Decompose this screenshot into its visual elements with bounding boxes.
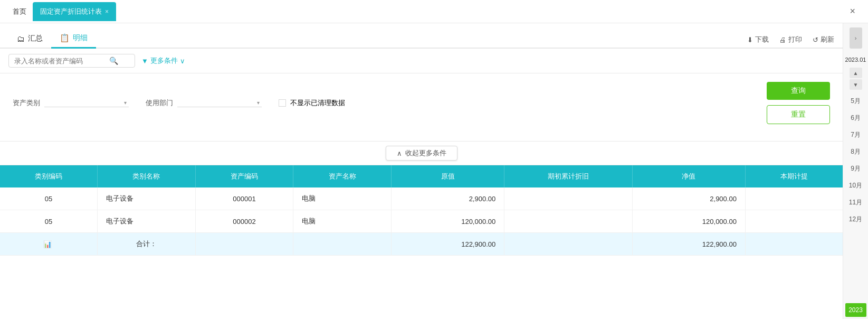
row1-category-name: 电子设备 (98, 187, 196, 210)
asset-category-select[interactable]: ▾ (44, 99, 129, 107)
col-category-code: 类别编码 (0, 165, 98, 187)
refresh-label: 刷新 (821, 35, 834, 44)
close-tab-button[interactable]: × (105, 8, 109, 15)
summary-icon: 🗂 (17, 34, 25, 43)
row2-net-value: 120,000.00 (632, 210, 745, 233)
download-label: 下载 (755, 35, 769, 44)
data-table: 类别编码 类别名称 资产编码 资产名称 原值 期初累计折旧 净值 本期计提 05… (0, 165, 843, 319)
row1-asset-name: 电脑 (293, 187, 392, 210)
nav-down-arrow[interactable]: ▼ (850, 79, 862, 90)
month-12[interactable]: 12月 (845, 211, 866, 227)
print-button[interactable]: 🖨 打印 (779, 35, 802, 44)
collapse-label: 收起更多条件 (405, 148, 446, 158)
refresh-icon: ↺ (813, 36, 818, 44)
active-tab[interactable]: 固定资产折旧统计表 × (33, 2, 116, 21)
collapse-bar: ∧ 收起更多条件 (0, 142, 843, 165)
tab-detail[interactable]: 📋 明细 (51, 29, 96, 49)
col-net-value: 净值 (632, 165, 745, 187)
tab-summary[interactable]: 🗂 汇总 (8, 30, 51, 49)
month-6[interactable]: 6月 (845, 110, 866, 126)
close-window-button[interactable]: × (845, 4, 860, 19)
left-panel: 🗂 汇总 📋 明细 ⬇ 下载 🖨 打印 ↺ 刷新 (0, 23, 843, 319)
filter-row: 资产类别 ▾ 使用部门 ▾ 不显示已清理数据 (13, 82, 830, 124)
print-label: 打印 (788, 35, 802, 44)
month-11[interactable]: 11月 (845, 194, 866, 210)
row1-category-code: 05 (0, 187, 98, 210)
use-department-select[interactable]: ▾ (177, 99, 262, 107)
table-row: 05 电子设备 000001 电脑 2,900.00 2,900.00 (0, 187, 843, 210)
col-current-period: 本期计提 (745, 165, 843, 187)
tab-actions: ⬇ 下载 🖨 打印 ↺ 刷新 (747, 35, 834, 48)
hide-cleared-label: 不显示已清理数据 (290, 98, 345, 108)
col-asset-code: 资产编码 (195, 165, 293, 187)
col-asset-name: 资产名称 (293, 165, 392, 187)
download-icon: ⬇ (747, 36, 753, 44)
total-net-value: 122,900.00 (632, 233, 745, 256)
month-9[interactable]: 9月 (845, 161, 866, 176)
sidebar-toggle-button[interactable]: › (850, 27, 862, 49)
asset-category-arrow: ▾ (124, 100, 127, 106)
month-5[interactable]: 5月 (845, 93, 866, 109)
row1-net-value: 2,900.00 (632, 187, 745, 210)
year-badge[interactable]: 2023 (845, 303, 866, 317)
download-button[interactable]: ⬇ 下载 (747, 35, 769, 44)
query-button[interactable]: 查询 (767, 82, 830, 100)
search-input[interactable] (14, 57, 109, 65)
print-icon: 🖨 (779, 36, 786, 44)
col-accumulated-depreciation: 期初累计折旧 (504, 165, 632, 187)
row1-asset-code: 000001 (195, 187, 293, 210)
filter-bar: 🔍 ▼ 更多条件 ∨ (0, 49, 843, 73)
row2-original-value: 120,000.00 (392, 210, 504, 233)
total-current-period (745, 233, 843, 256)
expanded-filter: 资产类别 ▾ 使用部门 ▾ 不显示已清理数据 (0, 73, 843, 142)
month-10[interactable]: 10月 (845, 177, 866, 193)
row1-accumulated-depreciation (504, 187, 632, 210)
collapse-icon: ∧ (397, 149, 402, 157)
use-department-field: 使用部门 ▾ (146, 98, 262, 108)
chevron-down-icon: ∨ (180, 57, 185, 65)
total-accumulated-depreciation (504, 233, 632, 256)
month-7[interactable]: 7月 (845, 127, 866, 143)
reset-button[interactable]: 重置 (767, 105, 830, 124)
main-content: 🗂 汇总 📋 明细 ⬇ 下载 🖨 打印 ↺ 刷新 (0, 23, 868, 319)
home-link[interactable]: 首页 (8, 7, 31, 16)
right-sidebar: › 2023.01 ▲ ▼ 5月 6月 7月 8月 9月 10月 11月 12月… (843, 23, 868, 319)
nav-up-arrow[interactable]: ▲ (850, 68, 862, 78)
col-original-value: 原值 (392, 165, 504, 187)
hide-cleared-wrap: 不显示已清理数据 (279, 98, 345, 108)
use-department-arrow: ▾ (257, 100, 260, 106)
filter-buttons: 查询 重置 (767, 82, 830, 124)
row2-category-code: 05 (0, 210, 98, 233)
tab-title: 固定资产折旧统计表 (40, 7, 102, 16)
asset-table: 类别编码 类别名称 资产编码 资产名称 原值 期初累计折旧 净值 本期计提 05… (0, 165, 843, 256)
row2-accumulated-depreciation (504, 210, 632, 233)
row2-asset-name: 电脑 (293, 210, 392, 233)
asset-category-label: 资产类别 (13, 98, 40, 108)
date-display: 2023.01 (845, 56, 866, 63)
total-asset-code (195, 233, 293, 256)
col-category-name: 类别名称 (98, 165, 196, 187)
more-conditions-button[interactable]: ▼ 更多条件 ∨ (141, 56, 185, 65)
total-asset-name (293, 233, 392, 256)
table-header: 类别编码 类别名称 资产编码 资产名称 原值 期初累计折旧 净值 本期计提 (0, 165, 843, 187)
more-conditions-label: 更多条件 (150, 56, 178, 65)
table-row: 05 电子设备 000002 电脑 120,000.00 120,000.00 (0, 210, 843, 233)
hide-cleared-checkbox[interactable] (279, 99, 286, 107)
row2-current-period (745, 210, 843, 233)
row2-category-name: 电子设备 (98, 210, 196, 233)
total-label: 合计： (98, 233, 196, 256)
asset-category-field: 资产类别 ▾ (13, 98, 129, 108)
collapse-button[interactable]: ∧ 收起更多条件 (386, 146, 457, 161)
total-icon-cell: 📊 (0, 233, 98, 256)
detail-tab-label: 明细 (73, 33, 88, 43)
search-wrap: 🔍 (8, 54, 135, 68)
detail-icon: 📋 (60, 33, 70, 43)
refresh-button[interactable]: ↺ 刷新 (813, 35, 834, 44)
total-icon: 📊 (43, 240, 52, 248)
filter-icon: ▼ (141, 57, 148, 65)
summary-tab-label: 汇总 (28, 34, 43, 43)
top-nav: 首页 固定资产折旧统计表 × × (0, 0, 868, 23)
month-8[interactable]: 8月 (845, 144, 866, 160)
total-original-value: 122,900.00 (392, 233, 504, 256)
row1-current-period (745, 187, 843, 210)
